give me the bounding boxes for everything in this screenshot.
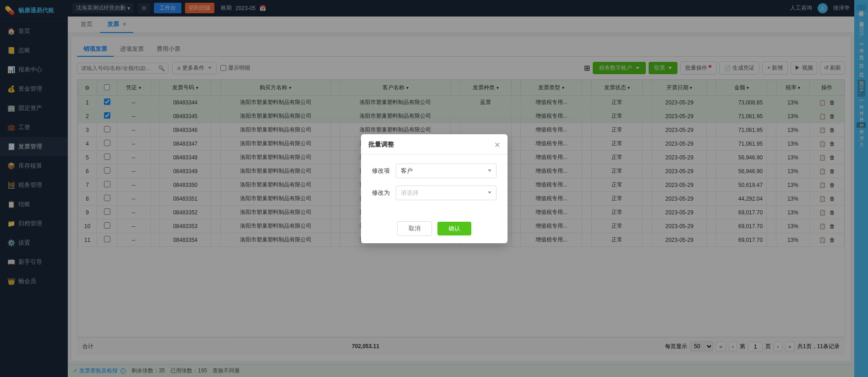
modal-to-dropdown-icon [488, 191, 491, 194]
modal-field-select[interactable]: 客户 [396, 164, 497, 178]
modal-to-placeholder: 请选择 [401, 189, 419, 197]
modal-to-row: 修改为 请选择 [372, 186, 497, 200]
modal-field-dropdown-icon [488, 169, 491, 172]
batch-adjust-modal: 批量调整 ✕ 修改项 客户 修改为 请选择 取消 确认 [361, 134, 508, 243]
modal-title: 批量调整 [368, 141, 394, 149]
modal-to-label: 修改为 [372, 189, 396, 197]
modal-footer: 取消 确认 [361, 217, 508, 243]
modal-field-row: 修改项 客户 [372, 164, 497, 178]
modal-field-label: 修改项 [372, 167, 396, 175]
modal-body: 修改项 客户 修改为 请选择 [361, 154, 508, 217]
modal-cancel-btn[interactable]: 取消 [397, 221, 432, 236]
modal-header: 批量调整 ✕ [361, 134, 508, 154]
modal-close-btn[interactable]: ✕ [494, 141, 500, 149]
modal-confirm-btn[interactable]: 确认 [437, 222, 471, 235]
modal-field-value: 客户 [401, 167, 413, 175]
modal-overlay[interactable]: 批量调整 ✕ 修改项 客户 修改为 请选择 取消 确认 [0, 0, 868, 377]
modal-to-select[interactable]: 请选择 [396, 186, 497, 200]
